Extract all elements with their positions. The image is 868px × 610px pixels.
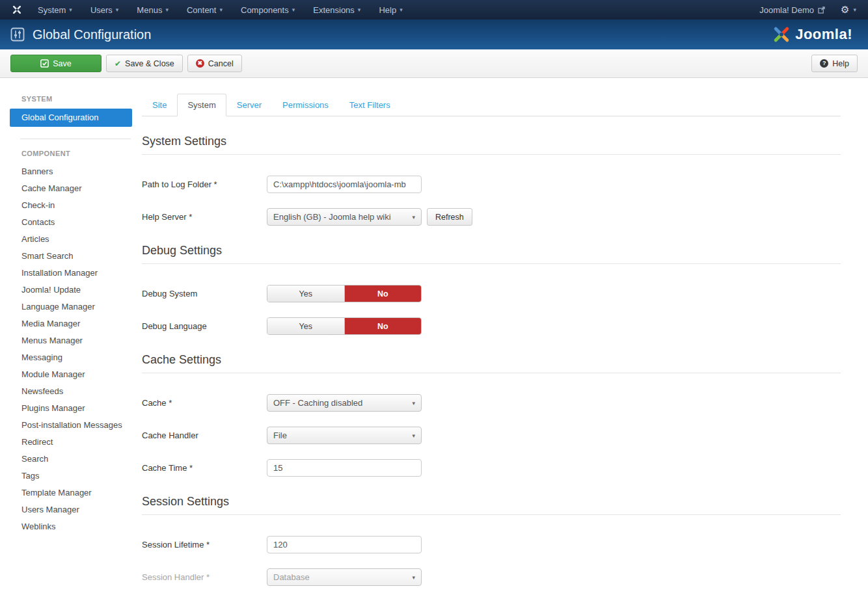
toggle-debug-language-no[interactable]: No bbox=[345, 318, 422, 334]
field-label: Session Lifetime * bbox=[142, 540, 267, 550]
chevron-down-icon: ▾ bbox=[69, 7, 72, 13]
toggle-debug-language: YesNo bbox=[267, 317, 422, 335]
selected-value: Database bbox=[273, 572, 408, 582]
section-title-debug-settings: Debug Settings bbox=[142, 244, 841, 264]
input-cache-time[interactable] bbox=[267, 459, 422, 477]
sidebar-item-search[interactable]: Search bbox=[21, 451, 132, 468]
toggle-debug-system-no[interactable]: No bbox=[345, 285, 422, 302]
toggle-debug-language-yes[interactable]: Yes bbox=[267, 318, 345, 334]
field-label: Cache * bbox=[142, 398, 267, 408]
cancel-icon: ✖ bbox=[196, 59, 204, 68]
menu-item-menus[interactable]: Menus▾ bbox=[128, 0, 178, 20]
form-row-session-handler: Session Handler *Database▾ bbox=[142, 568, 841, 586]
toggle-debug-system: YesNo bbox=[267, 285, 422, 302]
save-close-button[interactable]: ✔ Save & Close bbox=[106, 55, 183, 72]
sidebar-divider bbox=[20, 139, 131, 139]
sidebar-item-messaging[interactable]: Messaging bbox=[21, 349, 132, 366]
sidebar-item-media-manager[interactable]: Media Manager bbox=[21, 315, 132, 332]
sidebar-item-check-in[interactable]: Check-in bbox=[21, 197, 132, 214]
field-label: Cache Handler bbox=[142, 431, 267, 440]
menu-item-content[interactable]: Content▾ bbox=[178, 0, 232, 20]
form-row-debug-system: Debug SystemYesNo bbox=[142, 285, 841, 302]
joomla-logo: Joomla! bbox=[772, 25, 852, 44]
refresh-button[interactable]: Refresh bbox=[427, 208, 472, 226]
tab-bar: SiteSystemServerPermissionsText Filters bbox=[142, 94, 841, 116]
form-row-cache-time: Cache Time * bbox=[142, 459, 841, 477]
menu-item-label: Help bbox=[379, 5, 396, 15]
selected-value: OFF - Caching disabled bbox=[273, 398, 408, 408]
selected-value: File bbox=[273, 431, 408, 440]
select-session-handler[interactable]: Database▾ bbox=[267, 568, 422, 586]
cancel-button[interactable]: ✖ Cancel bbox=[187, 55, 242, 72]
sidebar-section-header: SYSTEM bbox=[21, 95, 141, 103]
chevron-down-icon: ▾ bbox=[292, 7, 295, 13]
sidebar-section-component: COMPONENTBannersCache ManagerCheck-inCon… bbox=[21, 150, 141, 535]
sidebar-item-language-manager[interactable]: Language Manager bbox=[21, 298, 132, 315]
sidebar-item-weblinks[interactable]: Weblinks bbox=[21, 518, 132, 535]
input-session-lifetime[interactable] bbox=[267, 536, 422, 553]
menu-item-label: Extensions bbox=[313, 5, 355, 15]
select-cache[interactable]: OFF - Caching disabled▾ bbox=[267, 394, 422, 412]
tab-system[interactable]: System bbox=[177, 94, 226, 116]
section-rows: Debug SystemYesNoDebug LanguageYesNo bbox=[142, 264, 841, 335]
sidebar-item-users-manager[interactable]: Users Manager bbox=[21, 501, 132, 518]
menu-item-label: Components bbox=[241, 5, 289, 15]
site-link-label: Joomla! Demo bbox=[759, 5, 814, 15]
sidebar-item-joomla-update[interactable]: Joomla! Update bbox=[21, 282, 132, 298]
site-preview-link[interactable]: Joomla! Demo bbox=[753, 5, 832, 15]
menu-item-system[interactable]: System▾ bbox=[29, 0, 81, 20]
select-help-server[interactable]: English (GB) - Joomla help wiki▾ bbox=[267, 208, 422, 226]
tab-text-filters[interactable]: Text Filters bbox=[339, 94, 401, 116]
field-label: Help Server * bbox=[142, 212, 267, 222]
admin-menubar: System▾Users▾Menus▾Content▾Components▾Ex… bbox=[0, 0, 868, 20]
field-label: Debug Language bbox=[142, 321, 267, 331]
sidebar-item-tags[interactable]: Tags bbox=[21, 468, 132, 484]
menu-item-help[interactable]: Help▾ bbox=[370, 0, 411, 20]
sliders-icon bbox=[10, 27, 25, 42]
check-icon: ✔ bbox=[115, 59, 121, 68]
menu-item-extensions[interactable]: Extensions▾ bbox=[304, 0, 370, 20]
chevron-down-icon: ▾ bbox=[219, 7, 223, 13]
sidebar-item-smart-search[interactable]: Smart Search bbox=[21, 248, 132, 265]
chevron-down-icon: ▾ bbox=[116, 7, 119, 13]
tab-site[interactable]: Site bbox=[142, 94, 177, 116]
cancel-label: Cancel bbox=[208, 59, 234, 68]
form-row-help-server: Help Server *English (GB) - Joomla help … bbox=[142, 208, 841, 226]
menu-item-users[interactable]: Users▾ bbox=[81, 0, 128, 20]
input-path-to-log-folder[interactable] bbox=[267, 176, 422, 193]
settings-menu[interactable]: ⚙ ▾ bbox=[832, 4, 860, 16]
toggle-debug-system-yes[interactable]: Yes bbox=[267, 285, 345, 302]
joomla-logo-text: Joomla! bbox=[795, 26, 852, 43]
tab-permissions[interactable]: Permissions bbox=[272, 94, 339, 116]
help-button[interactable]: ? Help bbox=[811, 55, 858, 72]
tab-server[interactable]: Server bbox=[226, 94, 272, 116]
menu-item-components[interactable]: Components▾ bbox=[232, 0, 304, 20]
form-row-session-lifetime: Session Lifetime * bbox=[142, 536, 841, 553]
sidebar-item-articles[interactable]: Articles bbox=[21, 231, 132, 248]
sidebar-item-global-configuration[interactable]: Global Configuration bbox=[10, 109, 132, 127]
form-area: System SettingsPath to Log Folder *Help … bbox=[142, 135, 841, 586]
sidebar-item-installation-manager[interactable]: Installation Manager bbox=[21, 265, 132, 282]
section-rows: Session Lifetime *Session Handler *Datab… bbox=[142, 515, 841, 586]
external-link-icon bbox=[818, 7, 825, 14]
sidebar-item-template-manager[interactable]: Template Manager bbox=[21, 484, 132, 501]
section-title-session-settings: Session Settings bbox=[142, 495, 841, 515]
select-cache-handler[interactable]: File▾ bbox=[267, 427, 422, 444]
chevron-down-icon: ▾ bbox=[412, 400, 415, 406]
sidebar-item-contacts[interactable]: Contacts bbox=[21, 214, 132, 231]
joomla-x-icon[interactable] bbox=[12, 5, 22, 15]
sidebar-item-plugins-manager[interactable]: Plugins Manager bbox=[21, 400, 132, 417]
sidebar-item-newsfeeds[interactable]: Newsfeeds bbox=[21, 383, 132, 400]
sidebar-item-redirect[interactable]: Redirect bbox=[21, 434, 132, 451]
gear-icon: ⚙ bbox=[841, 4, 849, 16]
section-rows: Cache *OFF - Caching disabled▾Cache Hand… bbox=[142, 373, 841, 477]
chevron-down-icon: ▾ bbox=[165, 7, 169, 13]
save-button[interactable]: Save bbox=[10, 55, 102, 72]
sidebar-item-module-manager[interactable]: Module Manager bbox=[21, 366, 132, 383]
sidebar-item-post-installation-messages[interactable]: Post-installation Messages bbox=[21, 417, 132, 434]
form-row-cache-handler: Cache HandlerFile▾ bbox=[142, 427, 841, 444]
sidebar-item-menus-manager[interactable]: Menus Manager bbox=[21, 332, 132, 349]
check-square-icon bbox=[40, 59, 49, 68]
sidebar-item-cache-manager[interactable]: Cache Manager bbox=[21, 180, 132, 197]
sidebar-item-banners[interactable]: Banners bbox=[21, 163, 132, 180]
